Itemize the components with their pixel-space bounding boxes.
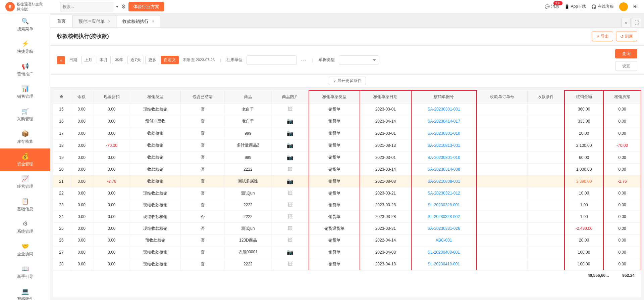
sidebar-item-quicknav[interactable]: ⚡ 快捷导航 <box>0 36 50 58</box>
row-doc-type: 销货单 <box>309 103 360 115</box>
row-doc-no[interactable]: SL-20230328-001 <box>411 199 477 211</box>
row-product-img: 📷 <box>272 175 309 187</box>
row-doc-no[interactable]: SL-20230418-001 <box>411 258 477 270</box>
finance-icon: 💰 <box>21 153 29 160</box>
app-download-btn[interactable]: 📱 App下载 <box>565 4 586 9</box>
table-wrapper[interactable]: ⚙ 余额 现金折扣 核销类型 包含已结清 商品 商品图片 核销单据类型 核销单据… <box>53 90 641 297</box>
row-doc-no[interactable]: SA-20210808-001 <box>411 175 477 187</box>
tab-verify-close[interactable]: × <box>152 19 154 24</box>
row-product-img: 🖼 <box>272 187 309 199</box>
top-search-input[interactable] <box>60 2 113 11</box>
industry-btn[interactable]: 体验行业方案 <box>128 2 164 11</box>
row-doc-no[interactable]: SA-20230331-026 <box>411 223 477 234</box>
sidebar-item-guide[interactable]: 📖 新手引导 <box>0 261 50 284</box>
this-month-btn[interactable]: 本月 <box>97 56 111 64</box>
tab-verify[interactable]: 收款核销执行 × <box>117 15 160 27</box>
row-doc-no[interactable]: SA-20210813-001 <box>411 139 477 152</box>
row-cash-discount: 0.00 <box>93 223 130 234</box>
top-right: 💬 消息 99+ 📱 App下载 🎧 在线客服 Rit <box>545 2 639 11</box>
sidebar-item-collab[interactable]: 🤝 企业协同 <box>0 239 50 261</box>
more-date-btn[interactable]: 更多 <box>145 56 159 64</box>
custom-date-btn[interactable]: 自定义 <box>161 56 179 64</box>
this-year-btn[interactable]: 本年 <box>112 56 126 64</box>
row-id: 16 <box>53 115 70 127</box>
voucher-type-label: 单据类型 <box>319 57 335 63</box>
top-gear-icon[interactable]: ⚙ <box>121 3 126 10</box>
sidebar-item-sales[interactable]: 📊 销售管理 <box>0 81 50 103</box>
sidebar-item-inventory[interactable]: 📦 库存核算 <box>0 126 50 148</box>
row-discount: 0.00 <box>603 211 641 223</box>
row-included: 否 <box>180 103 224 115</box>
col-payment-condition: 收款条件 <box>527 90 565 103</box>
sidebar-item-purchase[interactable]: 🛒 采购管理 <box>0 103 50 126</box>
top-dropdown-icon[interactable]: ▾ <box>116 4 118 9</box>
settings-filter-btn[interactable]: 设置 <box>615 61 637 71</box>
refresh-btn[interactable]: ↺ 刷新 <box>616 32 637 41</box>
row-id: 22 <box>53 187 70 199</box>
last-month-btn[interactable]: 上月 <box>81 56 95 64</box>
row-order-no <box>477 211 527 223</box>
logo-icon: 6 <box>5 2 15 11</box>
sidebar-item-basic[interactable]: 📋 基础信息 <box>0 194 50 216</box>
row-doc-date: 2023-03-01 <box>360 152 411 164</box>
partner-filter-input[interactable] <box>247 55 297 65</box>
tab-prepay-close[interactable]: × <box>108 19 110 24</box>
row-doc-no[interactable]: SA-20230301-001 <box>411 103 477 115</box>
tab-prepay[interactable]: 预付冲应付单 × <box>73 15 116 27</box>
tab-home[interactable]: 首页 <box>50 15 73 27</box>
row-included: 否 <box>180 115 224 127</box>
col-verify-type: 核销类型 <box>130 90 181 103</box>
row-doc-no[interactable]: SA-20230321-012 <box>411 187 477 199</box>
sidebar-item-search[interactable]: 🔍 搜索菜单 <box>0 13 50 36</box>
row-doc-no[interactable]: SA-20230414-017 <box>411 115 477 127</box>
sidebar-item-system[interactable]: ⚙ 系统管理 <box>0 216 50 239</box>
messages-btn[interactable]: 💬 消息 99+ <box>545 4 559 9</box>
row-doc-no[interactable]: SL-20230408-001 <box>411 246 477 258</box>
tab-fullscreen-btn[interactable]: ⛶ <box>632 18 641 27</box>
sidebar-label-search: 搜索菜单 <box>17 26 33 32</box>
sidebar-label-system: 系统管理 <box>17 229 33 234</box>
sidebar-item-finance[interactable]: 💰 资金管理 <box>0 148 50 171</box>
col-doc-type: 核销单据类型 <box>309 90 360 103</box>
row-product-img: 📷 <box>272 115 309 127</box>
guide-icon: 📖 <box>21 265 29 272</box>
export-btn[interactable]: ↗ 导出 <box>592 32 613 41</box>
row-doc-no[interactable]: SA-20230301-010 <box>411 127 477 139</box>
row-payment-condition <box>527 187 565 199</box>
last-7days-btn[interactable]: 近7天 <box>127 56 144 64</box>
row-doc-no[interactable]: ABC-001 <box>411 234 477 246</box>
date-filter-label: 日期 <box>69 57 77 63</box>
row-included: 否 <box>180 175 224 187</box>
row-product-img: 📷 <box>272 139 309 152</box>
sidebar-label-collab: 企业协同 <box>17 251 33 257</box>
online-service-btn[interactable]: 🎧 在线客服 <box>591 4 614 9</box>
tab-bar-actions: × ⛶ <box>621 18 644 27</box>
col-settings[interactable]: ⚙ <box>53 90 70 103</box>
user-avatar[interactable] <box>619 2 628 11</box>
basic-icon: 📋 <box>21 198 29 205</box>
row-product: 2222 <box>224 258 272 270</box>
content-area: 首页 预付冲应付单 × 收款核销执行 × × ⛶ 收款核销执行(按收款) ↗ <box>50 13 644 300</box>
voucher-type-select[interactable] <box>339 55 379 65</box>
row-doc-no[interactable]: SA-20230314-008 <box>411 164 477 175</box>
row-included: 否 <box>180 199 224 211</box>
row-doc-no[interactable]: SL-20230328-002 <box>411 211 477 223</box>
expand-icon: ∨ <box>333 79 336 83</box>
sidebar-label-operations: 经营管理 <box>17 184 33 189</box>
filter-dots: ··· <box>301 57 307 62</box>
sidebar-item-operations[interactable]: 📈 经营管理 <box>0 171 50 194</box>
user-name[interactable]: Rit <box>633 4 639 9</box>
tab-close-all-btn[interactable]: × <box>621 18 631 27</box>
expand-more-btn[interactable]: ∨ 展开更多条件 <box>329 77 366 85</box>
row-doc-no[interactable]: SA-20230301-010 <box>411 152 477 164</box>
row-amount: 10.00 <box>565 187 603 199</box>
sidebar-item-marketing[interactable]: 📢 营销推广 <box>0 58 50 81</box>
collab-icon: 🤝 <box>21 243 29 250</box>
sidebar-item-hardware[interactable]: 💻 智能硬件 <box>0 284 50 300</box>
row-amount: 1.00 <box>565 199 603 211</box>
filter-toggle-btn[interactable]: » <box>57 56 65 64</box>
row-payment-condition <box>527 127 565 139</box>
query-btn[interactable]: 查询 <box>615 49 637 58</box>
table-header-row: ⚙ 余额 现金折扣 核销类型 包含已结清 商品 商品图片 核销单据类型 核销单据… <box>53 90 641 103</box>
row-verify-type: 收款核销 <box>130 164 181 175</box>
